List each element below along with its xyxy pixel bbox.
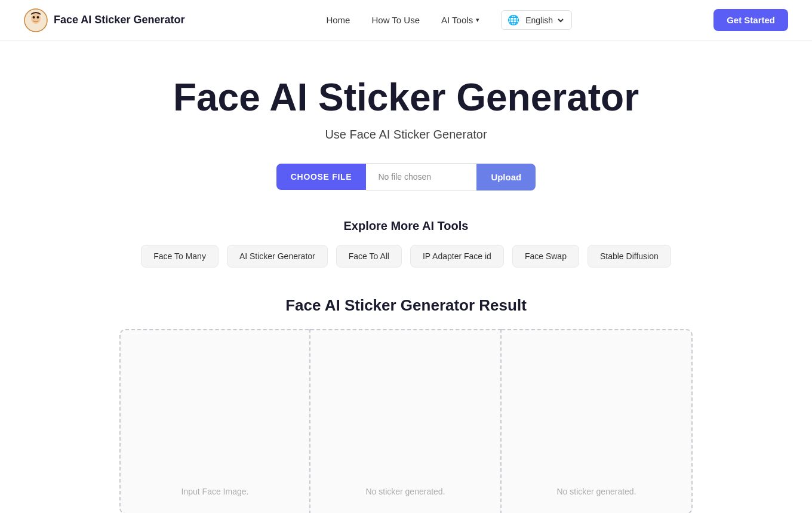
nav-home[interactable]: Home: [326, 15, 350, 25]
svg-point-4: [31, 18, 33, 21]
result-grid: Input Face Image. No sticker generated. …: [119, 329, 693, 513]
tool-ip-adapter-face-id[interactable]: IP Adapter Face id: [410, 245, 504, 268]
file-name-display: No file chosen: [366, 163, 476, 191]
language-selector[interactable]: 🌐 English French Spanish German: [501, 10, 572, 30]
svg-point-5: [38, 18, 41, 21]
upload-button[interactable]: Upload: [476, 164, 536, 191]
language-dropdown[interactable]: English French Spanish German: [523, 15, 565, 26]
tool-face-to-all[interactable]: Face To All: [336, 245, 402, 268]
nav-ai-tools[interactable]: AI Tools ▾: [441, 15, 479, 25]
nav-how-to-use[interactable]: How To Use: [371, 15, 420, 25]
page-title: Face AI Sticker Generator: [173, 76, 639, 118]
tools-list: Face To Many AI Sticker Generator Face T…: [141, 245, 671, 268]
logo-text: Face AI Sticker Generator: [54, 14, 184, 26]
result-title: Face AI Sticker Generator Result: [285, 296, 527, 315]
tool-face-swap[interactable]: Face Swap: [512, 245, 579, 268]
logo-icon: [24, 8, 48, 32]
result-placeholder-2: No sticker generated.: [556, 487, 636, 496]
result-card-input: Input Face Image.: [119, 329, 310, 513]
header: Face AI Sticker Generator Home How To Us…: [0, 0, 812, 41]
result-placeholder-input: Input Face Image.: [182, 487, 249, 496]
tool-face-to-many[interactable]: Face To Many: [141, 245, 219, 268]
svg-point-2: [33, 16, 35, 19]
explore-title: Explore More AI Tools: [344, 219, 469, 233]
svg-point-3: [37, 16, 39, 19]
tool-ai-sticker-generator[interactable]: AI Sticker Generator: [227, 245, 328, 268]
result-placeholder-1: No sticker generated.: [365, 487, 445, 496]
result-card-1: No sticker generated.: [310, 329, 502, 513]
main-nav: Home How To Use AI Tools ▾ 🌐 English Fre…: [326, 10, 572, 30]
logo: Face AI Sticker Generator: [24, 8, 184, 32]
get-started-button[interactable]: Get Started: [713, 9, 788, 31]
chevron-down-icon: ▾: [476, 16, 479, 24]
page-subtitle: Use Face AI Sticker Generator: [325, 128, 487, 142]
tool-stable-diffusion[interactable]: Stable Diffusion: [588, 245, 671, 268]
result-card-2: No sticker generated.: [502, 329, 693, 513]
main-content: Face AI Sticker Generator Use Face AI St…: [0, 41, 812, 513]
file-upload-area: CHOOSE FILE No file chosen Upload: [276, 163, 536, 191]
globe-icon: 🌐: [508, 14, 519, 26]
choose-file-button[interactable]: CHOOSE FILE: [276, 164, 367, 190]
